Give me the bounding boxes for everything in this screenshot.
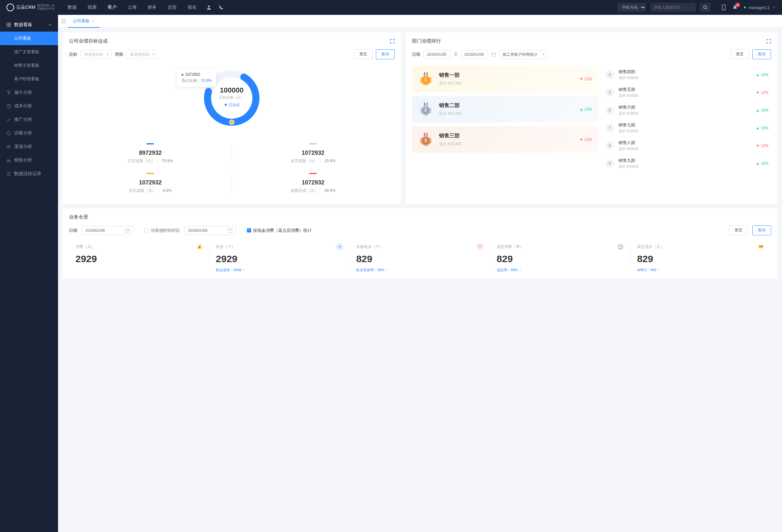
stat-block: 1072932超额完成（元）|89.9% [232,168,395,198]
card-target-title: 公司业绩目标达成 [69,38,108,44]
period-label: 周期 [115,51,123,58]
rank-row[interactable]: 7销售七部流水 ¥19020▲ 10% [603,119,771,137]
compare-checkbox[interactable]: 与其他时间对比 [144,227,180,234]
sidebar-sub-item[interactable]: 公司看板 [0,32,58,45]
rank-row[interactable]: 4销售四部流水 ¥19020▲ 10% [603,66,771,83]
calendar-icon [126,228,130,233]
nav-item[interactable]: 客户 [108,4,117,10]
card-ranking: 部门业绩排行 日期 至 按工单客户经理统计 重置 查询 [405,32,778,204]
svg-rect-31 [228,229,232,233]
sidebar-sub-item[interactable]: 客户经理看板 [0,72,58,86]
expand-icon[interactable] [767,39,771,43]
overview-stat: 消费（元）💰2929 [69,243,210,273]
main-nav: 数据线索客户公海财务运营报名 [68,4,197,10]
sidebar-item[interactable]: 渠道分析 [0,140,58,153]
stat-by-select[interactable]: 按工单客户经理统计 [499,50,547,59]
to-label: 至 [454,51,458,57]
svg-rect-26 [426,133,428,136]
cash-checkbox[interactable]: 按现金消费（返点后消费）统计 [247,227,312,234]
stat-block: 1072932应完成量（元）|8.9% [69,168,232,198]
svg-rect-29 [126,229,130,233]
svg-rect-25 [424,133,425,136]
overview-stat: 成交单数（单）📋829成交率：80% ? [490,243,631,273]
target-label: 目标 [69,51,77,58]
sidebar-item[interactable]: 数据流转记录 [0,167,58,181]
tab-menu-icon[interactable] [61,19,68,23]
sidebar-item[interactable]: 访客分析 [0,127,58,140]
sidebar-sub-item[interactable]: 销售主管看板 [0,59,58,72]
search-type-select[interactable]: 手机号码 [617,3,646,12]
query-button[interactable]: 查询 [752,225,771,235]
sidebar-item[interactable]: 销售分析 [0,153,58,167]
donut-value: 100000 [219,86,244,95]
svg-rect-6 [9,23,11,25]
date-label: 日期 [69,227,77,234]
sidebar-item[interactable]: 成本分析 [0,99,58,113]
period-select[interactable]: 请选择周期 [127,50,157,59]
query-button[interactable]: 查询 [752,49,771,59]
rank-card[interactable]: 3销售三部流水 ¥10,900▼ 12% [412,127,599,153]
rank-card[interactable]: 2销售二部流水 ¥10,900▲ 10% [412,96,599,122]
rank-row[interactable]: 6销售六部流水 ¥19020▲ 10% [603,101,771,119]
date-from-input[interactable] [424,50,451,59]
nav-item[interactable]: 财务 [148,4,157,10]
search-input[interactable] [650,3,696,12]
svg-point-4 [723,9,724,9]
svg-rect-15 [492,53,495,57]
reset-button[interactable]: 重置 [731,49,749,59]
rank-row[interactable]: 8销售八部流水 ¥19020▼ 12% [603,137,771,154]
nav-item[interactable]: 运营 [168,4,177,10]
sidebar: 数据看板 公司看板推广主管看板销售主管看板客户经理看板 漏斗分析成本分析推广分析… [0,15,58,532]
overview-stat: 成交流水（元）💳829ARPU：¥80 ? [631,243,771,273]
query-button[interactable]: 查询 [376,49,395,59]
sidebar-sub-item[interactable]: 推广主管看板 [0,45,58,59]
bell-icon[interactable]: 5 [732,5,738,10]
mobile-icon[interactable] [721,4,726,10]
sidebar-item[interactable]: 推广分析 [0,113,58,127]
svg-rect-7 [7,25,8,27]
logo[interactable]: 云朵CRM 教育机构一站式服务云平台 [6,4,55,11]
stat-block: 8972932已完成量（元）|70.9% [69,139,232,168]
expand-icon[interactable] [390,39,395,43]
topbar: 云朵CRM 教育机构一站式服务云平台 数据线索客户公海财务运营报名 手机号码 5… [0,0,782,15]
search-button[interactable] [700,3,710,12]
nav-item[interactable]: 公海 [128,4,137,10]
user-icon[interactable] [206,5,211,10]
svg-rect-5 [7,23,8,25]
svg-point-0 [208,5,210,7]
tab-company-board[interactable]: 公司看板 × [68,15,100,28]
svg-rect-22 [426,103,428,106]
nav-item[interactable]: 报名 [188,4,197,10]
svg-rect-21 [424,103,425,106]
phone-icon[interactable] [218,5,224,10]
svg-rect-17 [424,72,425,75]
calendar-icon[interactable] [491,52,496,57]
svg-line-2 [706,8,708,10]
sidebar-group-label: 数据看板 [14,22,32,28]
logo-icon [6,4,14,11]
date-label: 日期 [412,51,420,58]
sidebar-item[interactable]: 漏斗分析 [0,86,58,99]
rank-row[interactable]: 9销售九部流水 ¥19020▲ 10% [603,154,771,172]
user-menu[interactable]: manager11 [744,5,776,10]
chart-tooltip: 1072932 所占比例：70.9% [177,69,216,87]
reset-button[interactable]: 重置 [729,225,748,235]
nav-item[interactable]: 数据 [68,4,77,10]
calendar-icon [228,228,233,233]
date-to-input[interactable] [461,50,488,59]
status-dot [744,6,746,8]
svg-point-14 [229,120,234,125]
nav-item[interactable]: 线索 [88,4,97,10]
date-input-2[interactable]: 2018/01/08 [184,226,236,235]
logo-sub: 教育机构一站式服务云平台 [37,4,55,11]
target-select[interactable]: 请选择目标 [80,50,111,59]
donut-chart: 1072932 所占比例：70.9% 100000 目标总量（元） 已达成 [193,66,271,130]
rank-card[interactable]: 1销售一部流水 ¥10,900▼ 12% [412,66,599,92]
rank-row[interactable]: 5销售五部流水 ¥19020▼ 12% [603,83,771,101]
svg-rect-18 [426,72,428,75]
reset-button[interactable]: 重置 [354,49,372,59]
tab-close-icon[interactable]: × [92,19,95,23]
sidebar-group-dashboard[interactable]: 数据看板 [0,18,58,32]
svg-point-1 [704,6,707,9]
date-input-1[interactable]: 2018/01/08 [82,226,134,235]
